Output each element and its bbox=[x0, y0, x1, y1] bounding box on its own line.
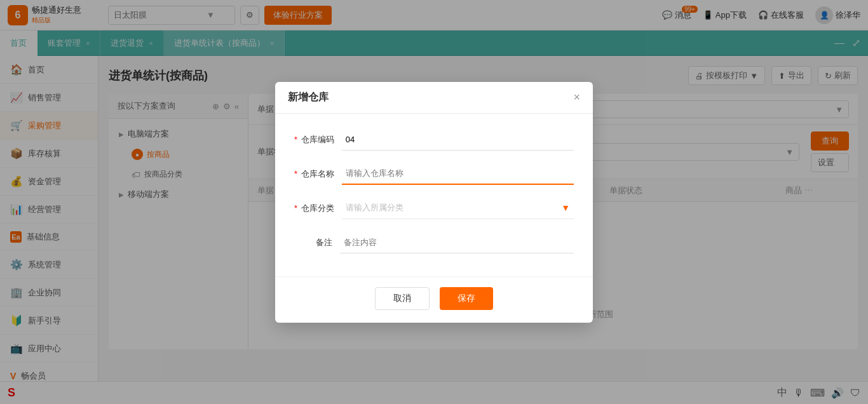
dialog-close-button[interactable]: × bbox=[573, 91, 580, 104]
dialog-footer: 取消 保存 bbox=[275, 276, 593, 323]
dialog-header: 新增仓库 × bbox=[275, 82, 593, 114]
code-input[interactable] bbox=[342, 129, 574, 151]
name-input[interactable] bbox=[342, 163, 574, 185]
form-row-category: * 仓库分类 请输入所属分类 ▼ bbox=[294, 198, 574, 219]
category-select[interactable]: 请输入所属分类 ▼ bbox=[342, 198, 574, 219]
cancel-button[interactable]: 取消 bbox=[375, 287, 430, 310]
note-label: 备注 bbox=[294, 237, 332, 248]
save-button[interactable]: 保存 bbox=[440, 287, 493, 310]
dialog-title: 新增仓库 bbox=[288, 91, 329, 104]
category-placeholder: 请输入所属分类 bbox=[346, 202, 561, 213]
form-row-code: * 仓库编码 bbox=[294, 129, 574, 151]
note-input[interactable] bbox=[340, 232, 574, 253]
category-dropdown-icon: ▼ bbox=[561, 203, 570, 213]
form-row-note: 备注 bbox=[294, 232, 574, 253]
form-row-name: * 仓库名称 bbox=[294, 163, 574, 185]
category-label: * 仓库分类 bbox=[294, 203, 334, 214]
dialog-body: * 仓库编码 * 仓库名称 * 仓库分类 请输入 bbox=[275, 114, 593, 276]
name-label: * 仓库名称 bbox=[294, 168, 334, 180]
modal-overlay[interactable]: 新增仓库 × * 仓库编码 * 仓库名称 bbox=[0, 0, 868, 404]
code-label: * 仓库编码 bbox=[294, 134, 334, 145]
dialog-add-warehouse: 新增仓库 × * 仓库编码 * 仓库名称 bbox=[275, 82, 593, 323]
